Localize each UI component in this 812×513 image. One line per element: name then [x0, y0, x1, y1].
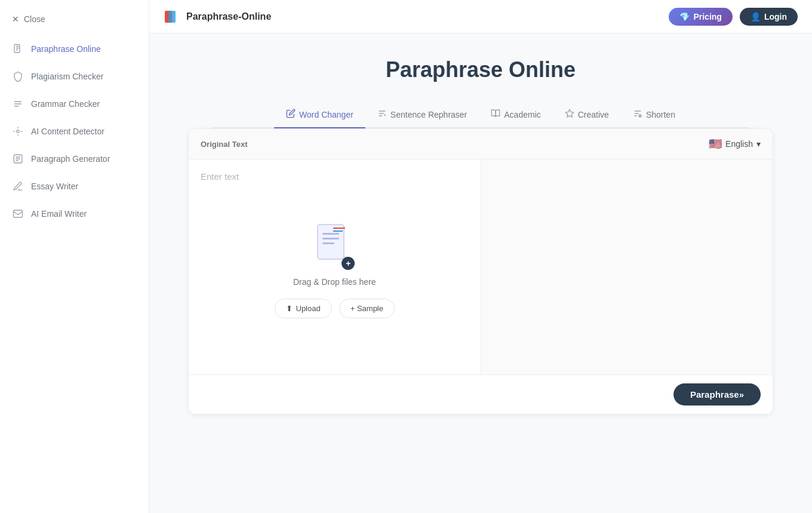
sentence-rephraser-icon [377, 109, 387, 120]
sidebar-label-ai-content-detector: AI Content Detector [31, 127, 104, 136]
enter-text-placeholder: Enter text [201, 171, 469, 182]
editor-left-panel[interactable]: Enter text [189, 159, 481, 374]
sidebar-item-grammar-checker[interactable]: Grammar Checker [0, 91, 149, 117]
svg-point-1 [17, 130, 20, 133]
creative-icon [565, 109, 574, 120]
close-label: Close [24, 14, 45, 24]
sidebar-item-ai-content-detector[interactable]: AI Content Detector [0, 118, 149, 145]
editor-header: Original Text 🇺🇸 English ▾ [189, 129, 773, 159]
sidebar-nav: Paraphrase Online Plagiarism Checker Gra… [0, 36, 149, 227]
drop-text: Drag & Drop files here [293, 277, 376, 287]
sidebar-item-essay-writer[interactable]: Essay Writer [0, 173, 149, 199]
editor-body: Enter text [189, 159, 773, 374]
sample-label: + Sample [350, 304, 383, 313]
tab-shorten[interactable]: Shorten [621, 102, 687, 128]
tab-creative[interactable]: Creative [553, 102, 621, 128]
editor-right-panel [481, 159, 773, 374]
detector-icon [12, 125, 24, 137]
plus-badge: + [342, 257, 355, 270]
tab-academic[interactable]: Academic [479, 102, 552, 128]
svg-rect-0 [14, 45, 20, 53]
doc-icon [12, 43, 24, 55]
content-area: Paraphrase Online Word Changer [149, 33, 812, 513]
paraphrase-button[interactable]: Paraphrase» [673, 383, 761, 406]
list-icon [12, 153, 24, 165]
upload-icon: ⬆ [286, 304, 293, 313]
svg-rect-3 [14, 210, 23, 217]
email-icon [12, 208, 24, 220]
original-text-label: Original Text [201, 140, 248, 149]
sidebar-label-paragraph-generator: Paragraph Generator [31, 154, 110, 164]
tabs-container: Word Changer Sentence Rephraser [212, 102, 749, 128]
chevron-down-icon: ▾ [756, 139, 761, 149]
close-icon: ✕ [12, 14, 19, 24]
upload-button[interactable]: ⬆ Upload [275, 299, 332, 318]
sidebar-label-ai-email-writer: AI Email Writer [31, 209, 87, 219]
abc-icon [12, 98, 24, 110]
sidebar-label-grammar-checker: Grammar Checker [31, 99, 100, 109]
svg-rect-7 [318, 225, 344, 259]
drop-area: + Drag & Drop files here ⬆ Upload + Samp… [201, 205, 469, 336]
editor-buttons: ⬆ Upload + Sample [275, 299, 395, 318]
sidebar-item-paraphrase-online[interactable]: Paraphrase Online [0, 36, 149, 62]
tab-academic-label: Academic [504, 110, 540, 119]
sidebar-item-paragraph-generator[interactable]: Paragraph Generator [0, 146, 149, 172]
login-button[interactable]: 👤 Login [740, 8, 798, 26]
header-actions: 💎 Pricing 👤 Login [669, 8, 798, 26]
word-changer-icon [286, 109, 296, 120]
header: Paraphrase-Online 💎 Pricing 👤 Login [149, 0, 812, 33]
pricing-label: Pricing [693, 12, 721, 21]
language-selector[interactable]: 🇺🇸 English ▾ [709, 137, 761, 150]
shield-icon [12, 70, 24, 82]
tab-creative-label: Creative [578, 110, 609, 119]
close-button[interactable]: ✕ Close [0, 10, 149, 36]
svg-rect-5 [168, 11, 176, 23]
tab-sentence-rephraser[interactable]: Sentence Rephraser [365, 102, 479, 128]
paraphrase-label: Paraphrase» [690, 389, 744, 400]
sidebar-label-paraphrase-online: Paraphrase Online [31, 44, 101, 54]
drop-icon-container: + [316, 223, 352, 268]
sidebar-label-essay-writer: Essay Writer [31, 182, 78, 191]
tab-shorten-label: Shorten [646, 110, 675, 119]
flag-icon: 🇺🇸 [709, 137, 722, 150]
user-icon: 👤 [751, 12, 761, 21]
svg-rect-9 [322, 238, 339, 239]
language-label: English [725, 139, 753, 149]
pricing-icon: 💎 [679, 12, 690, 21]
svg-rect-10 [322, 242, 334, 244]
sample-button[interactable]: + Sample [339, 299, 395, 318]
sidebar: ✕ Close Paraphrase Online Plagiarism Che… [0, 0, 149, 513]
sidebar-item-plagiarism-checker[interactable]: Plagiarism Checker [0, 63, 149, 90]
tab-word-changer[interactable]: Word Changer [274, 102, 365, 128]
tab-sentence-rephraser-label: Sentence Rephraser [390, 110, 467, 119]
pricing-button[interactable]: 💎 Pricing [669, 8, 732, 26]
svg-rect-8 [322, 233, 339, 235]
shorten-icon [633, 109, 642, 120]
main-content: Paraphrase-Online 💎 Pricing 👤 Login Para… [149, 0, 812, 513]
pen-icon [12, 180, 24, 192]
upload-label: Upload [296, 304, 321, 313]
tab-word-changer-label: Word Changer [299, 110, 353, 119]
sidebar-label-plagiarism-checker: Plagiarism Checker [31, 72, 103, 81]
editor-footer: Paraphrase» [189, 374, 773, 414]
logo-text: Paraphrase-Online [186, 11, 271, 22]
page-title: Paraphrase Online [164, 57, 798, 82]
logo-icon [164, 8, 180, 25]
editor-container: Original Text 🇺🇸 English ▾ Enter text [188, 128, 773, 414]
sidebar-item-ai-email-writer[interactable]: AI Email Writer [0, 201, 149, 227]
login-label: Login [764, 12, 787, 21]
logo: Paraphrase-Online [164, 8, 271, 25]
academic-icon [491, 109, 500, 120]
